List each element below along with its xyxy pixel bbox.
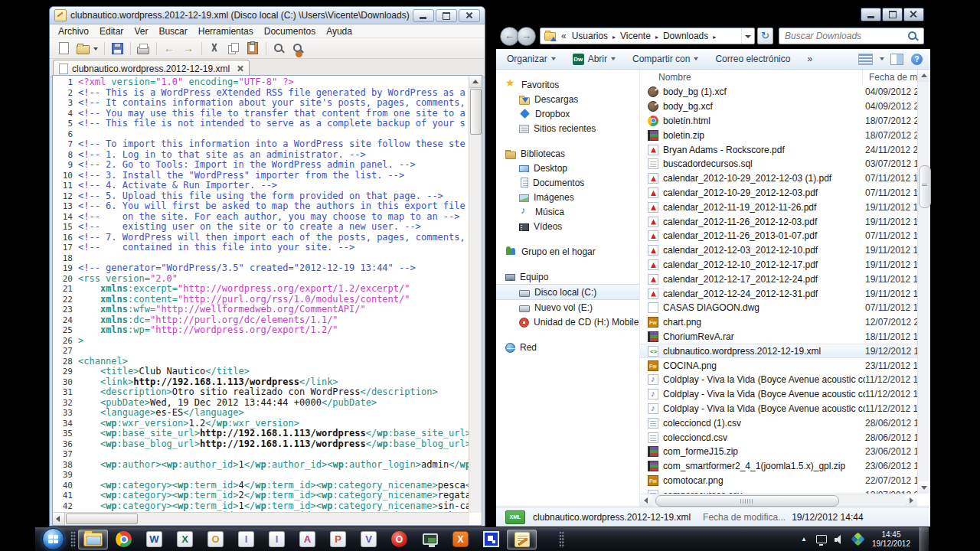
- scroll-left-icon[interactable]: [53, 513, 65, 525]
- more-commands-button[interactable]: »: [807, 54, 812, 64]
- search-input[interactable]: Buscar Downloads: [779, 31, 906, 41]
- nav-item-red[interactable]: Red: [496, 340, 639, 354]
- start-button[interactable]: [42, 528, 64, 550]
- menu-item-archivo[interactable]: Archivo: [53, 26, 94, 37]
- nav-item-v-deos[interactable]: Vídeos: [496, 219, 639, 233]
- scroll-up-icon[interactable]: [469, 76, 482, 88]
- nav-item-bibliotecas[interactable]: Bibliotecas: [496, 146, 639, 161]
- vertical-scrollbar-thumb[interactable]: [919, 165, 931, 208]
- refresh-button[interactable]: [757, 28, 773, 44]
- toolbar-save-button[interactable]: [108, 40, 126, 57]
- toolbar-undo-button[interactable]: [160, 40, 178, 57]
- file-row[interactable]: CASAS DIAGOON.dwg07/11/2012 1: [640, 301, 917, 315]
- address-bar[interactable]: «Usuarios▸Vicente▸Downloads▸: [540, 28, 755, 44]
- file-row[interactable]: calendar_2012-12-17_2012-12-24.pdf19/11/…: [640, 272, 917, 286]
- security-icon[interactable]: [851, 532, 864, 546]
- taskbar-visio-button[interactable]: V: [354, 530, 384, 549]
- vertical-scrollbar-thumb[interactable]: [470, 89, 482, 135]
- nav-item-sitios-recientes[interactable]: Sitios recientes: [496, 121, 639, 135]
- nav-item-desktop[interactable]: Desktop: [496, 161, 639, 175]
- taskbar-outlook-button[interactable]: O: [201, 530, 230, 549]
- scroll-right-icon[interactable]: [905, 494, 917, 507]
- taskbar-gedit-button[interactable]: [507, 530, 537, 549]
- taskbar-remote-desktop-button[interactable]: [415, 530, 445, 549]
- file-row[interactable]: calendar_2012-11-26_2013-01-07.pdf07/11/…: [640, 229, 917, 243]
- nav-item-grupo-en-el-hogar[interactable]: Grupo en el hogar: [496, 244, 639, 259]
- file-row[interactable]: coleccioncd.csv28/06/2012 1: [640, 430, 917, 445]
- file-row[interactable]: calendar_2012-12-10_2012-12-17.pdf19/11/…: [640, 258, 917, 272]
- gedit-minimize-button[interactable]: [413, 9, 434, 22]
- toolbar-new-button[interactable]: [54, 40, 73, 57]
- file-row[interactable]: calendar_2012-10-29_2012-12-03 (1).pdf07…: [640, 171, 917, 186]
- email-button[interactable]: Correo electrónico: [715, 54, 790, 64]
- file-row[interactable]: com_smartformer2_4_1(joomla1.5.x)_gpl.zi…: [640, 459, 917, 474]
- gedit-vertical-scrollbar[interactable]: [469, 76, 482, 513]
- toolbar-print-button[interactable]: [134, 40, 152, 57]
- menu-item-editar[interactable]: Editar: [94, 26, 129, 37]
- file-row[interactable]: comparacursos.csv13/07/2012 2: [640, 487, 917, 494]
- scroll-down-icon[interactable]: [918, 481, 930, 494]
- scroll-up-icon[interactable]: [918, 70, 930, 82]
- column-header-name[interactable]: Nombre: [640, 72, 862, 83]
- file-row[interactable]: calendar_2012-11-26_2012-12-03.pdf19/11/…: [640, 214, 917, 229]
- file-row[interactable]: Coldplay - Viva la Vida (Boyce Avenue ac…: [640, 387, 917, 402]
- gedit-titlebar[interactable]: clubnautico.wordpress.2012-12-19.xml (Di…: [50, 7, 485, 24]
- menu-item-buscar[interactable]: Buscar: [153, 26, 192, 37]
- file-row[interactable]: ChoriumRevA.rar18/11/2012 1: [640, 330, 917, 344]
- taskbar-xampp-button[interactable]: X: [446, 530, 475, 549]
- file-row[interactable]: Coldplay - Viva la Vida (Boyce Avenue ac…: [640, 402, 917, 416]
- taskbar-access-button[interactable]: A: [292, 530, 322, 549]
- nav-item-disco-local-c[interactable]: Disco local (C:): [496, 284, 639, 300]
- forward-button[interactable]: [517, 27, 536, 46]
- preview-pane-icon[interactable]: [890, 54, 903, 65]
- file-row[interactable]: calendar_2012-10-29_2012-12-03.pdf07/11/…: [640, 186, 917, 201]
- horizontal-scrollbar-thumb[interactable]: [66, 514, 138, 524]
- nav-item-nuevo-vol-e[interactable]: Nuevo vol (E:): [496, 300, 639, 315]
- toolbar-copy-button[interactable]: [224, 40, 243, 57]
- scroll-left-icon[interactable]: [640, 494, 652, 507]
- toolbar-find-button[interactable]: [270, 40, 288, 57]
- gedit-restore-button[interactable]: [436, 9, 457, 22]
- menu-item-ayuda[interactable]: Ayuda: [321, 26, 358, 37]
- gedit-horizontal-scrollbar[interactable]: [53, 512, 469, 525]
- search-box[interactable]: Buscar Downloads: [779, 28, 924, 44]
- toolbar-open-button[interactable]: [74, 40, 92, 57]
- nav-item-favoritos[interactable]: Favoritos: [496, 77, 639, 92]
- file-row[interactable]: comotocar.png22/07/2012 1: [640, 474, 917, 488]
- horizontal-scrollbar-thumb[interactable]: [655, 495, 839, 507]
- toolbar-cut-button[interactable]: [205, 40, 224, 57]
- nav-item-im-genes[interactable]: Imágenes: [496, 190, 639, 204]
- menu-item-documentos[interactable]: Documentos: [259, 26, 321, 37]
- network-icon[interactable]: [816, 535, 827, 543]
- nav-item-descargas[interactable]: Descargas: [496, 92, 639, 106]
- nav-item-dropbox[interactable]: Dropbox: [496, 106, 639, 121]
- taskbar-windows-explorer-button[interactable]: [78, 530, 108, 549]
- taskbar-opera-button[interactable]: O: [384, 530, 414, 549]
- view-dropdown-icon[interactable]: [880, 57, 884, 60]
- taskbar-google-chrome-button[interactable]: [109, 530, 139, 549]
- file-row[interactable]: boletín.html18/07/2012 2: [640, 114, 917, 129]
- file-row[interactable]: Coldplay - Viva la Vida (Boyce Avenue ac…: [640, 373, 917, 387]
- show-desktop-button[interactable]: [920, 527, 929, 551]
- file-row[interactable]: calendar_2012-12-03_2012-12-10.pdf19/11/…: [640, 243, 917, 258]
- tab-close-icon[interactable]: [237, 65, 243, 72]
- help-icon[interactable]: [911, 54, 923, 65]
- file-row[interactable]: Bryan Adams - Rockscore.pdf24/11/2012 2: [640, 142, 917, 157]
- toolbar-paste-button[interactable]: [243, 40, 262, 57]
- clock[interactable]: 14:45 19/12/2012: [872, 530, 910, 549]
- file-row[interactable]: COCINA.png23/11/2012 1: [640, 358, 917, 373]
- address-dropdown-icon[interactable]: [741, 28, 754, 44]
- gedit-text-area[interactable]: 1<?xml version="1.0" encoding="UTF-8" ?>…: [52, 75, 482, 526]
- toolbar-redo-button[interactable]: [179, 40, 198, 57]
- file-row[interactable]: buscadordecursos.sql03/07/2012 1: [640, 157, 917, 171]
- nav-item-unidad-de-cd-h-mobile-pa[interactable]: Unidad de CD (H:) Mobile Pa: [496, 315, 639, 329]
- taskbar-powerpoint-button[interactable]: P: [323, 530, 353, 549]
- menu-item-ver[interactable]: Ver: [129, 26, 153, 37]
- file-row[interactable]: boletin.zip18/07/2012 2: [640, 128, 917, 142]
- breadcrumb-vicente[interactable]: Vicente: [617, 31, 654, 41]
- explorer-minimize-button[interactable]: [861, 8, 881, 21]
- file-row[interactable]: calendar_2012-12-24_2012-12-31.pdf19/11/…: [640, 286, 917, 301]
- taskbar-excel-button[interactable]: X: [170, 530, 200, 549]
- gedit-close-button[interactable]: [459, 9, 480, 22]
- nav-item-m-sica[interactable]: Música: [496, 204, 639, 219]
